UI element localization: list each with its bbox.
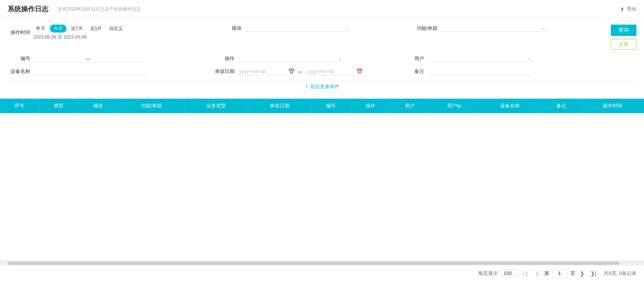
time-btn-7days[interactable]: 近7天 xyxy=(68,25,86,33)
function-select[interactable]: ⌄ xyxy=(440,25,546,32)
per-page-label: 每页显示 xyxy=(478,270,498,277)
operation-label: 操作 xyxy=(212,55,235,62)
table-header: 序号 类型 模块 功能/单据 业务类型 单据日期 编号 操作 用户 用户ip 设… xyxy=(0,99,644,113)
col-optime: 操作时间 xyxy=(581,99,644,113)
number-label: 编号 xyxy=(8,55,30,62)
filter-remark: 备注 xyxy=(398,68,584,75)
date-input-from[interactable] xyxy=(238,68,287,75)
col-date: 单据日期 xyxy=(248,99,311,113)
time-btn-custom[interactable]: 自定义 xyxy=(106,25,126,33)
time-buttons: 昨天 今天 近7天 近1月 自定义 xyxy=(33,25,126,33)
collapse-bar[interactable]: ⤒ 收起更多条件 xyxy=(8,81,636,92)
page-prev-button[interactable]: ❮ xyxy=(534,270,541,277)
filter-time: 操作时间 昨天 今天 近7天 近1月 自定义 2023-06-06 至 2023… xyxy=(8,25,219,40)
col-type: 类型 xyxy=(39,99,78,113)
remark-label: 备注 xyxy=(398,68,424,75)
table-header-row: 序号 类型 模块 功能/单据 业务类型 单据日期 编号 操作 用户 用户ip 设… xyxy=(0,99,644,113)
pagination-bar: 每页显示 100 ⌄ |❮ ❮ 第 页 ❯ ❯| 共0页, 0条记录 xyxy=(0,265,644,281)
time-btn-today[interactable]: 今天 xyxy=(50,25,66,33)
time-label: 操作时间 xyxy=(8,29,30,36)
operation-select[interactable]: ⌄ xyxy=(238,55,343,62)
per-page-value: 100 xyxy=(503,270,512,276)
per-page-arrow: ⌄ xyxy=(513,271,516,276)
module-label: 模块 xyxy=(219,25,242,32)
page-next-button[interactable]: ❯ xyxy=(578,270,586,277)
module-select[interactable]: ⌄ xyxy=(245,25,351,32)
col-biztype: 业务类型 xyxy=(185,99,248,113)
number-dash: — xyxy=(85,56,90,62)
filter-date: 单据日期 📅 — 📅 xyxy=(212,68,398,75)
number-input-to[interactable] xyxy=(93,55,142,62)
time-btn-yesterday[interactable]: 昨天 xyxy=(33,25,48,33)
filter-function: 功能/单据 ⌄ xyxy=(411,25,603,32)
page-input[interactable] xyxy=(552,269,567,277)
page-subtitle: 支持2020年10月31日之后产生的操作日志 xyxy=(57,6,141,12)
user-label: 用户 xyxy=(398,55,424,62)
scrollbar-thumb[interactable] xyxy=(8,262,619,265)
col-userip: 用户ip xyxy=(429,99,478,113)
query-button[interactable]: 查询 xyxy=(611,25,636,36)
user-select-arrow: ⌄ xyxy=(528,56,531,61)
action-buttons: 查询 设置 xyxy=(611,25,636,50)
device-input[interactable] xyxy=(33,68,147,75)
filter-user: 用户 ⌄ xyxy=(398,55,584,62)
col-function: 功能/单据 xyxy=(118,99,184,113)
page-unit: 页 xyxy=(570,270,575,277)
function-label: 功能/单据 xyxy=(411,25,437,32)
filter-row-3: 设备名称 单据日期 📅 — 📅 备注 xyxy=(8,68,636,75)
user-select[interactable]: ⌄ xyxy=(427,55,533,62)
device-label: 设备名称 xyxy=(8,68,30,75)
filter-row-1: 操作时间 昨天 今天 近7天 近1月 自定义 2023-06-06 至 2023… xyxy=(8,25,636,50)
page-header: 系统操作日志 支持2020年10月31日之后产生的操作日志 ⮭ 导出 xyxy=(0,0,644,19)
filter-operation: 操作 ⌄ xyxy=(212,55,398,62)
date-input-to[interactable] xyxy=(306,68,355,75)
page-label: 第 xyxy=(544,270,549,277)
col-user: 用户 xyxy=(390,99,429,113)
per-page-select[interactable]: 100 ⌄ xyxy=(501,269,519,277)
export-button[interactable]: ⮭ 导出 xyxy=(620,6,636,12)
settings-button[interactable]: 设置 xyxy=(611,39,636,50)
time-range: 2023-06-06 至 2023-06-06 xyxy=(33,34,126,40)
col-index: 序号 xyxy=(0,99,39,113)
col-operation: 操作 xyxy=(351,99,390,113)
page-first-button[interactable]: |❮ xyxy=(522,270,531,277)
module-select-arrow: ⌄ xyxy=(345,25,349,31)
calendar-icon-1[interactable]: 📅 xyxy=(288,68,295,75)
date-label: 单据日期 xyxy=(212,68,235,75)
col-number: 编号 xyxy=(311,99,351,113)
table-wrapper: 序号 类型 模块 功能/单据 业务类型 单据日期 编号 操作 用户 用户ip 设… xyxy=(0,99,644,261)
function-select-arrow: ⌄ xyxy=(541,25,545,31)
filter-row-2: 编号 — 操作 ⌄ 用户 ⌄ xyxy=(8,55,636,62)
collapse-icon: ⤒ xyxy=(304,84,309,90)
col-device: 设备名称 xyxy=(478,99,542,113)
number-input-from[interactable] xyxy=(33,55,82,62)
time-btn-1month[interactable]: 近1月 xyxy=(87,25,105,33)
export-icon: ⮭ xyxy=(620,6,625,12)
collapse-label: 收起更多条件 xyxy=(310,83,340,90)
page-wrapper: 系统操作日志 支持2020年10月31日之后产生的操作日志 ⮭ 导出 操作时间 … xyxy=(0,0,644,281)
data-table: 序号 类型 模块 功能/单据 业务类型 单据日期 编号 操作 用户 用户ip 设… xyxy=(0,99,644,249)
filter-number: 编号 — xyxy=(8,55,212,62)
table-body xyxy=(0,113,644,249)
filter-module: 模块 ⌄ xyxy=(219,25,411,32)
date-input-group: 📅 — 📅 xyxy=(238,68,363,75)
operation-select-arrow: ⌄ xyxy=(338,56,342,61)
page-last-button[interactable]: ❯| xyxy=(589,270,598,277)
page-total: 共0页, 0条记录 xyxy=(604,270,636,277)
page-title: 系统操作日志 xyxy=(8,5,48,14)
scrollbar-area[interactable] xyxy=(0,261,644,265)
remark-input[interactable] xyxy=(427,68,533,75)
filter-device: 设备名称 xyxy=(8,68,212,75)
col-module: 模块 xyxy=(79,99,118,113)
filter-area: 操作时间 昨天 今天 近7天 近1月 自定义 2023-06-06 至 2023… xyxy=(0,19,644,99)
date-dash: — xyxy=(298,69,303,75)
time-filter-group: 昨天 今天 近7天 近1月 自定义 2023-06-06 至 2023-06-0… xyxy=(33,25,126,40)
export-label: 导出 xyxy=(627,6,636,12)
calendar-icon-2[interactable]: 📅 xyxy=(356,68,363,75)
col-remark: 备注 xyxy=(542,99,581,113)
